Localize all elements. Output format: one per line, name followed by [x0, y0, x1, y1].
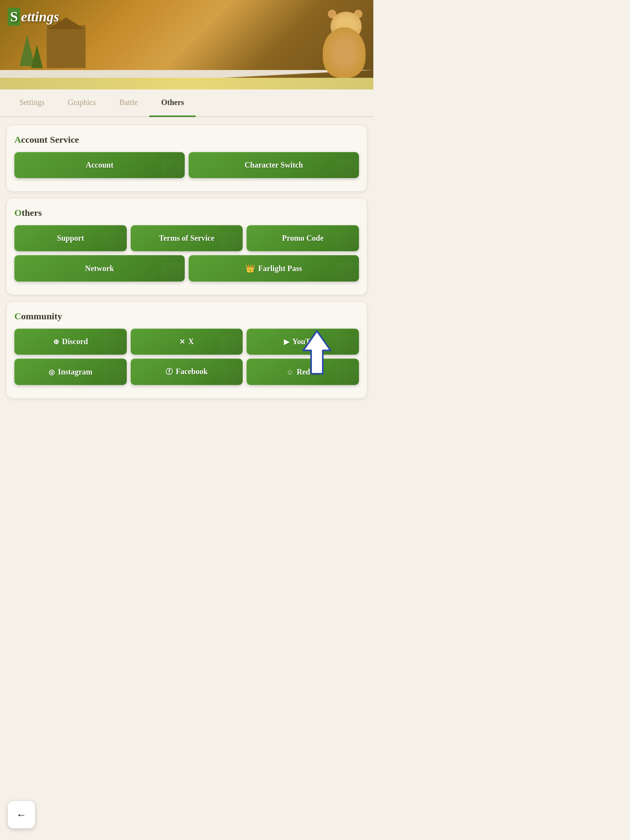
- farlight-pass-button[interactable]: 👑Farlight Pass: [189, 255, 359, 282]
- page-title: Settings: [8, 8, 59, 26]
- others-btn-row-1: Support Terms of Service Promo Code: [14, 225, 359, 251]
- main-content: Account Service Account Character Switch…: [0, 117, 373, 444]
- hamster-body: [323, 27, 366, 78]
- youtube-icon: ▶: [284, 338, 289, 346]
- tab-others[interactable]: Others: [149, 89, 196, 117]
- instagram-button[interactable]: ◎Instagram: [14, 359, 127, 385]
- terms-of-service-button[interactable]: Terms of Service: [131, 225, 243, 251]
- title-s-letter: S: [8, 8, 20, 26]
- others-title-first: O: [14, 208, 22, 218]
- instagram-icon: ◎: [49, 368, 55, 376]
- banner-tree-1: [19, 35, 35, 66]
- community-title: Community: [14, 311, 359, 322]
- crown-icon: 👑: [245, 264, 255, 273]
- others-section: Others Support Terms of Service Promo Co…: [6, 198, 367, 295]
- network-button[interactable]: Network: [14, 255, 185, 282]
- tabs-container: Settings Graphics Battle Others: [0, 89, 373, 117]
- banner-building: [47, 25, 86, 68]
- tab-battle[interactable]: Battle: [108, 89, 150, 117]
- banner-tree-2: [31, 45, 43, 68]
- header-banner: Settings: [0, 0, 373, 89]
- discord-button[interactable]: ⊕Discord: [14, 329, 127, 355]
- tab-settings[interactable]: Settings: [8, 89, 56, 117]
- x-icon: ✕: [179, 338, 185, 346]
- reddit-icon: ☺: [287, 368, 294, 376]
- account-button[interactable]: Account: [14, 152, 185, 178]
- community-title-first: C: [14, 311, 21, 321]
- character-switch-button[interactable]: Character Switch: [189, 152, 359, 178]
- facebook-icon: ⓕ: [166, 368, 173, 376]
- arrow-annotation: [299, 327, 334, 379]
- promo-code-button[interactable]: Promo Code: [247, 225, 359, 251]
- facebook-button[interactable]: ⓕFacebook: [131, 359, 243, 385]
- account-service-title: Account Service: [14, 135, 359, 145]
- account-service-btn-row: Account Character Switch: [14, 152, 359, 178]
- hamster-character: [315, 8, 369, 78]
- discord-icon: ⊕: [53, 338, 59, 346]
- account-service-title-first: A: [14, 135, 21, 145]
- others-btn-row-2: Network 👑Farlight Pass: [14, 255, 359, 282]
- tab-graphics[interactable]: Graphics: [56, 89, 107, 117]
- others-title: Others: [14, 208, 359, 218]
- account-service-section: Account Service Account Character Switch: [6, 125, 367, 192]
- svg-marker-0: [303, 331, 331, 374]
- support-button[interactable]: Support: [14, 225, 127, 251]
- x-button[interactable]: ✕X: [131, 329, 243, 355]
